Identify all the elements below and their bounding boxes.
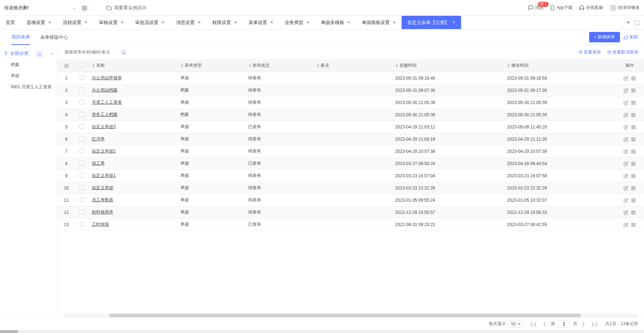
table-row[interactable]: 12材料领用单单据待发布2022-12-29 15:50:572022-12-2… [57, 206, 644, 219]
refresh-button[interactable]: 刷新 [624, 32, 638, 42]
last-page-button[interactable]: ❯❯ [589, 322, 600, 327]
form-name-link[interactable]: 材料领用单 [92, 210, 113, 215]
more-icon[interactable] [631, 75, 636, 81]
close-icon[interactable]: ✕ [84, 20, 87, 25]
first-page-button[interactable]: ❮❮ [529, 322, 539, 327]
edit-icon[interactable] [624, 149, 628, 154]
form-name-link[interactable]: 办公用品档案 [92, 88, 118, 93]
edit-icon[interactable] [624, 161, 628, 166]
page-size-select[interactable]: 50 [508, 320, 523, 328]
form-name-link[interactable]: 自定义单据1 [92, 173, 116, 178]
more-icon[interactable] [631, 222, 636, 227]
tab-3[interactable]: 审核设置✕ [93, 16, 129, 29]
close-icon[interactable]: ✕ [393, 20, 396, 25]
table-row[interactable]: 11员工考勤表单据待发布2023-01-05 09:55:242023-01-0… [57, 194, 644, 206]
sort-icon[interactable]: ▲▼ [395, 64, 398, 67]
support-button[interactable]: 在线客服 [579, 5, 603, 11]
more-icon[interactable] [631, 173, 636, 178]
table-horizontal-scrollbar[interactable] [63, 314, 638, 317]
edit-icon[interactable] [624, 222, 628, 227]
row-checkbox[interactable] [80, 100, 84, 104]
row-checkbox[interactable] [80, 88, 84, 92]
next-page-button[interactable]: ❯ [580, 322, 587, 327]
more-icon[interactable] [631, 210, 636, 215]
tab-5[interactable]: 消息设置✕ [170, 16, 207, 29]
form-name-link[interactable]: 红冲单 [92, 136, 105, 141]
row-checkbox[interactable] [80, 124, 84, 129]
more-icon[interactable] [631, 136, 636, 142]
demo-link[interactable]: 我要看实例演示 [106, 5, 147, 11]
table-row[interactable]: 13工时填报单据已发布2022-08-31 09:25:222023-03-27… [57, 219, 644, 231]
select-all-checkbox[interactable] [80, 63, 84, 67]
table-row[interactable]: 3月度工人工资表单据待发布2023-05-30 21:05:392023-05-… [57, 97, 644, 109]
prev-page-button[interactable]: ❮ [541, 322, 548, 327]
sort-icon[interactable]: ▲▼ [92, 64, 95, 67]
table-row[interactable]: 10自定义单据单据待发布2023-02-23 22:32:262023-02-2… [57, 182, 644, 194]
tab-8[interactable]: 业务类型✕ [279, 16, 315, 29]
row-checkbox[interactable] [80, 185, 84, 190]
table-row[interactable]: 4劳务工人档案档案待发布2023-05-30 21:05:392023-05-3… [57, 109, 644, 121]
tab-2[interactable]: 流程设置✕ [57, 16, 93, 29]
sort-icon[interactable]: ▲▼ [180, 64, 184, 67]
row-checkbox[interactable] [80, 112, 84, 117]
more-icon[interactable] [631, 112, 636, 117]
gear-icon[interactable] [82, 5, 87, 10]
tab-9[interactable]: 单据多模板✕ [315, 16, 356, 29]
table-row[interactable]: 2办公用品档案档案待发布2023-05-31 09:07:302023-05-3… [57, 84, 644, 97]
more-icon[interactable] [631, 124, 636, 130]
form-name-link[interactable]: 自定义单据3 [92, 124, 116, 129]
more-icon[interactable] [631, 185, 636, 191]
table-row[interactable]: 1办公用品申领单单据待发布2023-05-31 09:16:402023-05-… [57, 72, 644, 84]
sort-icon[interactable]: ▲▼ [507, 64, 510, 67]
row-checkbox[interactable] [80, 197, 84, 202]
close-icon[interactable]: ✕ [48, 20, 51, 25]
search-input[interactable] [63, 48, 128, 56]
sort-icon[interactable]: ▲▼ [316, 64, 319, 67]
edit-icon[interactable] [624, 124, 628, 130]
tab-6[interactable]: 权限设置✕ [207, 16, 243, 29]
sidebar-all-categories[interactable]: ⠿ 全部分类 [4, 50, 29, 57]
close-icon[interactable]: ✕ [198, 20, 201, 25]
edit-icon[interactable] [624, 210, 628, 215]
collapse-sidebar-icon[interactable]: « [51, 51, 53, 56]
row-checkbox[interactable] [80, 173, 84, 178]
form-name-link[interactable]: 工时填报 [92, 222, 109, 227]
app-download-button[interactable]: App下载 [550, 5, 573, 11]
close-icon[interactable]: ✕ [270, 20, 273, 25]
form-name-link[interactable]: 自定义单据 [92, 185, 113, 190]
edit-icon[interactable] [624, 75, 628, 81]
more-icon[interactable] [631, 161, 636, 166]
bulk-publish-button[interactable]: 批量发布 [578, 49, 601, 55]
tab-0[interactable]: 首页 [0, 16, 21, 29]
sort-icon[interactable]: ▲▼ [248, 64, 251, 67]
sidebar-item-2[interactable]: 0001 月度工人工资表 [0, 81, 57, 93]
close-icon[interactable]: ✕ [452, 20, 455, 25]
row-checkbox[interactable] [80, 210, 84, 214]
subtab-template-center[interactable]: 表单模版中心 [40, 29, 68, 45]
edit-icon[interactable] [624, 173, 628, 178]
edit-icon[interactable] [624, 88, 628, 93]
row-checkbox[interactable] [80, 136, 84, 141]
edit-icon[interactable] [624, 112, 628, 117]
user-menu[interactable]: 徐泽华修改 [610, 4, 640, 11]
window-horizontal-scrollbar[interactable] [0, 330, 644, 333]
bulk-unpublish-button[interactable]: 批量取消发布 [607, 49, 638, 55]
new-form-button[interactable]: + 新增表单 [589, 32, 620, 42]
table-row[interactable]: 9自定义单据1单据待发布2023-03-23 16:07:042023-03-2… [57, 170, 644, 182]
row-checkbox[interactable] [80, 222, 84, 226]
row-checkbox[interactable] [80, 161, 84, 165]
messages-button[interactable]: 消息 99 + [528, 5, 544, 11]
form-name-link[interactable]: 员工考勤表 [92, 197, 113, 202]
more-icon[interactable] [631, 88, 636, 93]
close-icon[interactable]: ✕ [306, 20, 309, 25]
tab-10[interactable]: 单据模板设置✕ [356, 16, 402, 29]
more-icon[interactable] [631, 197, 636, 203]
form-name-link[interactable]: 报工单 [92, 161, 105, 166]
page-input[interactable] [558, 320, 570, 328]
edit-icon[interactable] [624, 100, 628, 105]
tab-11[interactable]: 自定义表单【公测】✕ [402, 16, 461, 29]
search-icon[interactable] [121, 50, 126, 55]
form-name-link[interactable]: 自定义单据2 [92, 149, 116, 154]
close-icon[interactable]: ✕ [120, 20, 124, 25]
close-icon[interactable]: ✕ [347, 20, 350, 25]
